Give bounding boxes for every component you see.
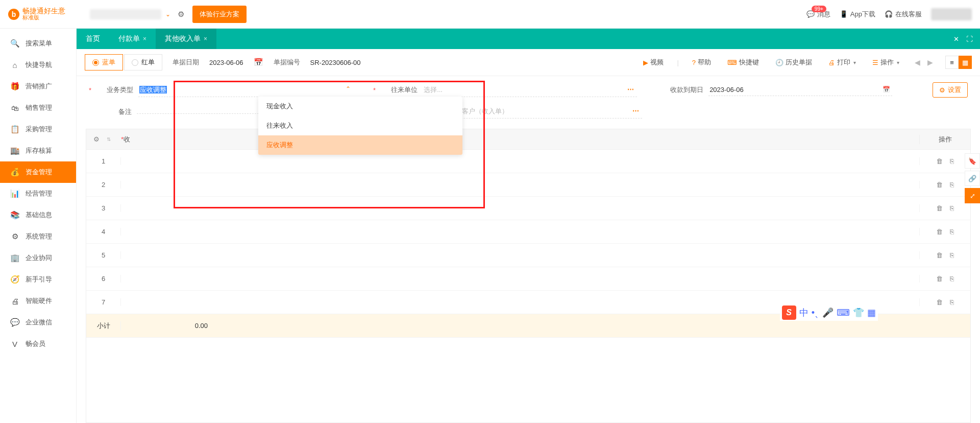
- copy-icon[interactable]: ⎘: [950, 228, 954, 236]
- more-icon[interactable]: ⋯: [632, 107, 640, 114]
- page-tab[interactable]: 付款单×: [109, 29, 156, 49]
- dropdown-opt-ar-income[interactable]: 往来收入: [258, 116, 462, 135]
- ime-punct-icon[interactable]: •ˎ: [812, 307, 819, 318]
- table-row[interactable]: 3🗑⎘: [86, 197, 970, 220]
- row-number: 6: [86, 275, 121, 283]
- sidebar-item[interactable]: 📚基础信息: [0, 204, 76, 226]
- page-tab[interactable]: 其他收入单×: [156, 29, 216, 49]
- shortcut-button[interactable]: ⌨快捷键: [724, 56, 762, 69]
- detail-table-wrap: ⚙ ⇅ * 收 操作 1🗑⎘2🗑⎘3🗑⎘4🗑⎘5🗑⎘6🗑⎘7🗑⎘小计0.00: [77, 129, 980, 423]
- sidebar-item[interactable]: 🖨智能硬件: [0, 290, 76, 312]
- col-ops-header: 操作: [919, 135, 970, 144]
- video-button[interactable]: ▶视频: [640, 56, 667, 69]
- table-row[interactable]: 2🗑⎘: [86, 173, 970, 197]
- table-row[interactable]: 1🗑⎘: [86, 150, 970, 173]
- copy-icon[interactable]: ⎘: [950, 181, 954, 189]
- table-row[interactable]: 5🗑⎘: [86, 244, 970, 267]
- tab-close-all-icon[interactable]: ✕: [953, 35, 959, 43]
- ime-skin-icon[interactable]: 👕: [853, 307, 864, 318]
- sidebar-item[interactable]: 📋采购管理: [0, 119, 76, 140]
- sidebar-item-label: 企业微信: [26, 318, 52, 327]
- table-row[interactable]: 6🗑⎘: [86, 267, 970, 291]
- rail-tag-icon[interactable]: 🔖: [965, 153, 980, 169]
- sort-icon[interactable]: ⇅: [107, 136, 121, 142]
- party-select[interactable]: 选择... ⋯: [423, 83, 637, 97]
- sidebar-item-label: 快捷导航: [26, 60, 52, 69]
- delete-icon[interactable]: 🗑: [936, 204, 943, 212]
- biz-type-value: 应收调整: [139, 86, 167, 93]
- delete-icon[interactable]: 🗑: [936, 298, 943, 306]
- close-icon[interactable]: ×: [143, 35, 146, 42]
- copy-icon[interactable]: ⎘: [950, 275, 954, 283]
- operate-button[interactable]: ☰操作▾: [869, 56, 902, 69]
- help-button[interactable]: ?帮助: [689, 56, 714, 69]
- print-button[interactable]: 🖨打印▾: [825, 56, 859, 69]
- calendar-icon[interactable]: 📅: [254, 58, 263, 67]
- support-link[interactable]: 🎧 在线客服: [885, 10, 922, 19]
- copy-icon[interactable]: ⎘: [950, 251, 954, 259]
- sidebar-item[interactable]: 💬企业微信: [0, 312, 76, 333]
- headset-icon: 🎧: [885, 10, 893, 18]
- org-selector[interactable]: ⌄: [90, 9, 170, 19]
- delete-icon[interactable]: 🗑: [936, 275, 943, 283]
- due-date-value: 2023-06-06: [709, 86, 744, 93]
- sidebar-item[interactable]: 🏬库存核算: [0, 140, 76, 161]
- sidebar-item[interactable]: 💰资金管理: [0, 161, 76, 183]
- sidebar-item[interactable]: 🎁营销推广: [0, 76, 76, 97]
- subtotal-label: 小计: [86, 321, 121, 331]
- due-date-input[interactable]: 2023-06-06 📅: [708, 84, 892, 96]
- industry-trial-button[interactable]: 体验行业方案: [192, 6, 247, 23]
- type-blue-label: 蓝单: [102, 58, 115, 67]
- ime-grid-icon[interactable]: ▦: [867, 307, 876, 318]
- sidebar-item[interactable]: 🧭新手引导: [0, 269, 76, 290]
- type-red-label: 红单: [141, 58, 155, 67]
- delete-icon[interactable]: 🗑: [936, 181, 943, 189]
- copy-icon[interactable]: ⎘: [950, 157, 954, 165]
- view-card-button[interactable]: ▦: [959, 56, 972, 69]
- rail-link-icon[interactable]: 🔗: [965, 171, 980, 186]
- sidebar-item[interactable]: 🔍搜索菜单: [0, 33, 76, 54]
- copy-icon[interactable]: ⎘: [950, 298, 954, 306]
- delete-icon[interactable]: 🗑: [936, 251, 943, 259]
- page-tab[interactable]: 首页: [77, 29, 109, 49]
- header-right: 💬 99+ 消息 📱 App下载 🎧 在线客服: [806, 8, 972, 20]
- biz-type-select[interactable]: 应收调整 ⌃: [138, 83, 353, 97]
- more-icon[interactable]: ⋯: [627, 85, 635, 93]
- delete-icon[interactable]: 🗑: [936, 228, 943, 236]
- app-download-link[interactable]: 📱 App下载: [840, 10, 875, 19]
- gear-icon[interactable]: ⚙: [178, 10, 184, 19]
- table-row[interactable]: 4🗑⎘: [86, 220, 970, 244]
- sidebar-item[interactable]: ⚙系统管理: [0, 226, 76, 247]
- type-tab-red[interactable]: 红单: [124, 54, 162, 70]
- close-icon[interactable]: ×: [204, 35, 207, 42]
- ime-mic-icon[interactable]: 🎤: [822, 307, 834, 318]
- sidebar-item[interactable]: V畅会员: [0, 333, 76, 355]
- ime-lang-toggle[interactable]: 中: [799, 307, 808, 319]
- next-doc-button[interactable]: ▶: [925, 58, 935, 66]
- ime-sogou-icon[interactable]: S: [782, 306, 796, 320]
- doc-date-value[interactable]: 2023-06-06: [209, 59, 243, 66]
- copy-icon[interactable]: ⎘: [950, 204, 954, 212]
- dropdown-opt-receivable-adj[interactable]: 应收调整: [258, 135, 462, 155]
- settings-button[interactable]: ⚙ 设置: [933, 82, 968, 98]
- rail-expand-icon[interactable]: ⤢: [965, 188, 980, 203]
- user-avatar[interactable]: [931, 8, 972, 20]
- calendar-icon[interactable]: 📅: [883, 86, 890, 93]
- support-label: 在线客服: [895, 10, 922, 19]
- view-toggle: ≡ ▦: [945, 56, 972, 69]
- table-gear-icon[interactable]: ⚙: [86, 135, 107, 143]
- delete-icon[interactable]: 🗑: [936, 157, 943, 165]
- ime-keyboard-icon[interactable]: ⌨: [837, 307, 850, 318]
- type-tab-blue[interactable]: 蓝单: [85, 54, 123, 70]
- view-list-button[interactable]: ≡: [945, 56, 959, 69]
- sidebar-item[interactable]: ⌂快捷导航: [0, 54, 76, 76]
- prev-doc-button[interactable]: ◀: [913, 58, 922, 66]
- help-icon: ?: [692, 59, 696, 66]
- sidebar-item[interactable]: 🏢企业协同: [0, 247, 76, 269]
- history-button[interactable]: 🕘历史单据: [772, 56, 815, 69]
- sidebar-item[interactable]: 📊经营管理: [0, 183, 76, 204]
- tab-expand-icon[interactable]: ⛶: [966, 35, 973, 43]
- sidebar-item[interactable]: 🛍销售管理: [0, 97, 76, 119]
- messages-link[interactable]: 💬 99+ 消息: [806, 10, 830, 19]
- dropdown-opt-cash-income[interactable]: 现金收入: [258, 97, 462, 116]
